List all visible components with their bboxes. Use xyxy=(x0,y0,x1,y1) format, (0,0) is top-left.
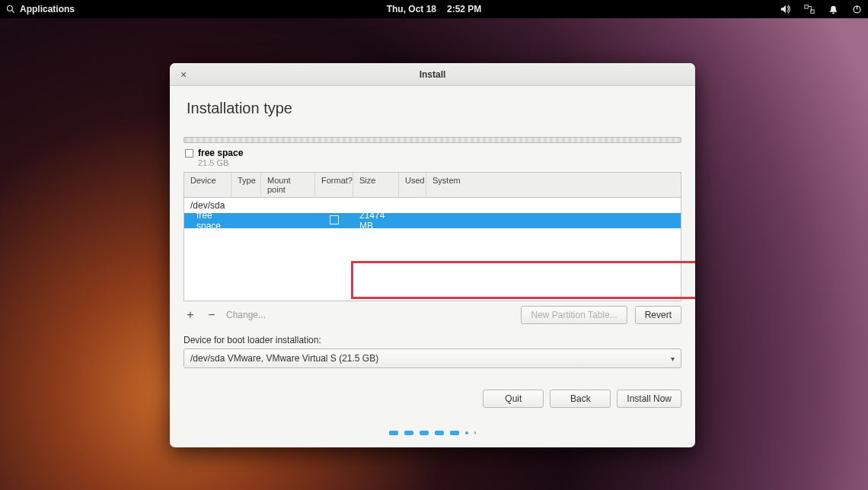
partition-toolbar: + − Change... New Partition Table... Rev… xyxy=(183,306,681,324)
revert-button[interactable]: Revert xyxy=(635,306,681,324)
bootloader-select[interactable]: /dev/sda VMware, VMware Virtual S (21.5 … xyxy=(183,348,681,368)
close-button[interactable]: × xyxy=(177,68,190,81)
quit-button[interactable]: Quit xyxy=(483,390,544,408)
network-icon[interactable] xyxy=(804,4,815,14)
svg-line-1 xyxy=(12,11,14,13)
notification-icon[interactable] xyxy=(828,5,838,14)
progress-dot xyxy=(435,431,444,435)
progress-dot xyxy=(420,431,429,435)
cell-device: free space xyxy=(184,210,231,231)
page-title: Installation type xyxy=(170,86,695,125)
table-row[interactable]: /dev/sda xyxy=(184,198,681,213)
col-used[interactable]: Used xyxy=(399,173,426,197)
date-label: Thu, Oct 18 xyxy=(387,4,436,14)
svg-rect-2 xyxy=(805,5,808,8)
time-label: 2:52 PM xyxy=(447,4,481,14)
partition-table: Device Type Mount point Format? Size Use… xyxy=(183,172,681,301)
bootloader-label: Device for boot loader installation: xyxy=(183,335,681,345)
progress-dots xyxy=(183,431,681,435)
activities-button[interactable]: Applications xyxy=(6,4,75,14)
col-device[interactable]: Device xyxy=(184,173,231,197)
col-type[interactable]: Type xyxy=(231,173,261,197)
progress-dot xyxy=(465,431,468,434)
search-icon xyxy=(6,5,15,14)
partition-legend: free space xyxy=(183,143,681,158)
free-space-label: free space xyxy=(198,148,243,158)
partition-bar[interactable] xyxy=(183,137,681,143)
clock[interactable]: Thu, Oct 18 2:52 PM xyxy=(387,4,482,14)
content-area: free space 21.5 GB Device Type Mount poi… xyxy=(170,125,695,447)
svg-point-0 xyxy=(8,6,13,11)
table-row[interactable]: free space 21474 MB xyxy=(184,213,681,228)
col-mount[interactable]: Mount point xyxy=(261,173,315,197)
install-now-button[interactable]: Install Now xyxy=(617,390,681,408)
volume-icon[interactable] xyxy=(780,4,790,14)
free-space-swatch xyxy=(185,149,193,158)
titlebar: × Install xyxy=(170,63,695,86)
footer-buttons: Quit Back Install Now xyxy=(183,390,681,408)
add-partition-button[interactable]: + xyxy=(183,308,197,322)
change-button[interactable]: Change... xyxy=(226,310,266,320)
back-button[interactable]: Back xyxy=(550,390,611,408)
remove-partition-button[interactable]: − xyxy=(205,308,219,322)
table-header: Device Type Mount point Format? Size Use… xyxy=(184,173,681,198)
progress-dot xyxy=(450,431,459,435)
cell-size: 21474 MB xyxy=(353,210,399,231)
col-size[interactable]: Size xyxy=(353,173,399,197)
power-icon[interactable] xyxy=(852,5,862,14)
installer-window: × Install Installation type free space 2… xyxy=(170,63,695,447)
bootloader-value: /dev/sda VMware, VMware Virtual S (21.5 … xyxy=(190,353,378,364)
new-partition-table-button[interactable]: New Partition Table... xyxy=(521,306,627,324)
progress-dot xyxy=(474,431,476,434)
progress-dot xyxy=(404,431,413,435)
cell-device: /dev/sda xyxy=(184,200,231,211)
free-space-size: 21.5 GB xyxy=(198,158,681,167)
progress-dot xyxy=(389,431,398,435)
col-format[interactable]: Format? xyxy=(315,173,353,197)
top-panel: Applications Thu, Oct 18 2:52 PM xyxy=(0,0,868,18)
col-system[interactable]: System xyxy=(426,173,681,197)
cell-format[interactable] xyxy=(315,215,353,227)
window-title: Install xyxy=(420,69,446,80)
applications-label: Applications xyxy=(20,4,75,14)
format-checkbox[interactable] xyxy=(330,215,339,224)
